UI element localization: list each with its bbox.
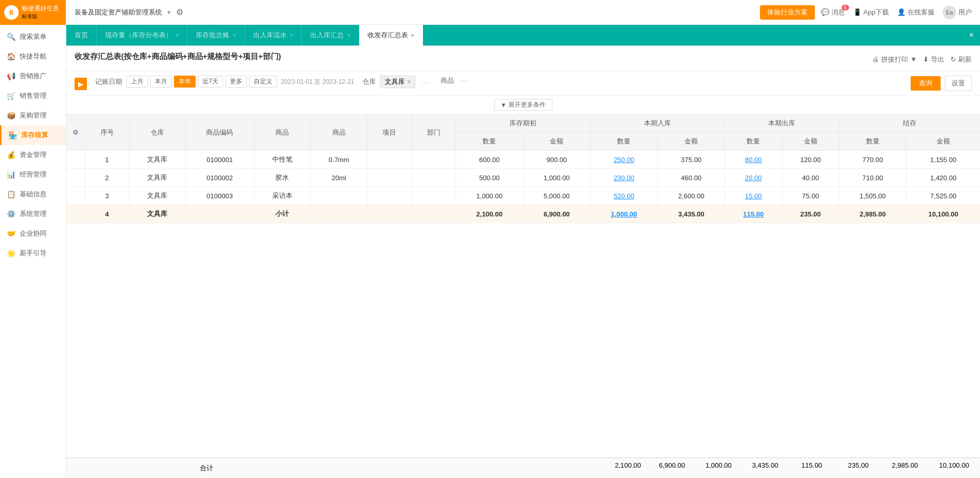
tab-batch-account-close[interactable]: × xyxy=(232,32,236,38)
system-dropdown-icon[interactable]: ▼ xyxy=(166,9,172,16)
sidebar-nav: 🔍 搜索菜单 🏠 快捷导航 📢 营销推广 🛒 销售管理 📦 采购管理 🏪 库存核… xyxy=(0,25,66,478)
sidebar-label-system: 系统管理 xyxy=(20,209,47,219)
tab-flow-close[interactable]: × xyxy=(290,32,293,38)
th-settings[interactable]: ⚙ xyxy=(66,114,85,151)
sidebar-item-guide[interactable]: 🌟 新手引导 xyxy=(0,243,66,263)
td-out-qty[interactable]: 20.00 xyxy=(725,169,782,187)
tabbar-close-all[interactable]: × xyxy=(963,31,980,40)
td-balance-qty: 770.00 xyxy=(839,151,906,169)
online-service-action[interactable]: 👤 在线客服 xyxy=(897,8,934,17)
td-goods-code: 0100003 xyxy=(185,187,254,205)
sidebar-item-sales[interactable]: 🛒 销售管理 xyxy=(0,86,66,106)
td-in-qty[interactable]: 520.00 xyxy=(590,187,657,205)
print-button[interactable]: 🖨 拼接打印 ▼ xyxy=(872,55,917,64)
td-out-qty[interactable]: 80.00 xyxy=(725,151,782,169)
download-icon: 📱 xyxy=(853,8,861,16)
sidebar-item-system[interactable]: ⚙️ 系统管理 xyxy=(0,204,66,224)
sidebar-item-marketing[interactable]: 📢 营销推广 xyxy=(0,66,66,86)
sidebar-item-inventory[interactable]: 🏪 库存核算 xyxy=(0,125,66,145)
page-inner: 收发存汇总表(按仓库+商品编码+商品+规格型号+项目+部门) 🖨 拼接打印 ▼ … xyxy=(66,46,980,478)
table-row: 3文具库0100003采访本1,000.005,000.00520.002,60… xyxy=(66,187,980,205)
tabbar: 首页 现存量（库存分布表） × 库存批次账 × 出入库流水 × 出入库汇总 × … xyxy=(66,25,980,46)
tab-summary[interactable]: 出入库汇总 × xyxy=(302,25,359,46)
settings-icon[interactable]: ⚙ xyxy=(176,7,183,17)
td-project xyxy=(368,151,412,169)
sidebar-item-basic[interactable]: 📋 基础信息 xyxy=(0,184,66,204)
date-btn-this-month[interactable]: 本月 xyxy=(150,76,172,88)
table-footer: 合计 2,100.00 6,900.00 1,000.00 3,435.00 1… xyxy=(66,457,980,478)
td-goods-spec: 20ml xyxy=(311,169,368,187)
td-in-amt: 375.00 xyxy=(657,151,725,169)
sidebar-item-finance[interactable]: 💰 资金管理 xyxy=(0,145,66,165)
tab-home[interactable]: 首页 xyxy=(66,25,97,46)
tab-flow[interactable]: 出入库流水 × xyxy=(245,25,302,46)
tab-recv-send-close[interactable]: × xyxy=(411,32,414,38)
basic-icon: 📋 xyxy=(6,190,16,198)
tab-recv-send[interactable]: 收发存汇总表 × xyxy=(359,25,423,46)
td-opening-qty: 500.00 xyxy=(456,169,523,187)
trial-button[interactable]: 体验行业方案 xyxy=(760,5,815,20)
search-icon: 🔍 xyxy=(6,33,16,41)
td-opening-amt: 6,900.00 xyxy=(523,205,590,223)
filter-date-options: 上月 本月 本年 近7天 更多 自定义 xyxy=(126,76,277,88)
avatar: Ea xyxy=(943,6,956,19)
date-btn-custom[interactable]: 自定义 xyxy=(249,76,277,88)
warehouse-ellipsis[interactable]: ··· xyxy=(419,77,432,87)
tab-recv-send-label: 收发存汇总表 xyxy=(368,31,408,40)
goods-ellipsis[interactable]: ··· xyxy=(458,76,471,85)
tab-flow-label: 出入库流水 xyxy=(253,31,287,40)
td-in-qty[interactable]: 250.00 xyxy=(590,151,657,169)
sidebar-label-purchase: 采购管理 xyxy=(20,111,47,120)
sidebar-item-business[interactable]: 📊 经营管理 xyxy=(0,165,66,184)
tab-stock-dist[interactable]: 现存量（库存分布表） × xyxy=(97,25,187,46)
td-in-qty[interactable]: 230.00 xyxy=(590,169,657,187)
message-action[interactable]: 💬 消息 6 xyxy=(821,8,845,17)
settings-button[interactable]: 设置 xyxy=(945,76,972,91)
td-in-qty[interactable]: 1,000.00 xyxy=(590,205,657,223)
data-table: ⚙ 序号 仓库 商品编码 商品 商品 项目 部门 库存期初 本期入库 本期出库 … xyxy=(66,114,980,223)
td-balance-amt: 10,100.00 xyxy=(906,205,980,223)
guide-icon: 🌟 xyxy=(6,249,16,257)
th-opening-group: 库存期初 xyxy=(456,114,590,133)
footer-balance-qty: 2,985.00 xyxy=(882,461,928,475)
td-out-qty[interactable]: 115.00 xyxy=(725,205,782,223)
sidebar-item-enterprise[interactable]: 🤝 企业协同 xyxy=(0,224,66,243)
export-button[interactable]: ⬇ 导出 xyxy=(923,55,944,64)
td-department xyxy=(412,187,456,205)
th-balance-group: 结存 xyxy=(839,114,980,133)
sidebar-item-search[interactable]: 🔍 搜索菜单 xyxy=(0,27,66,47)
user-action[interactable]: Ea 用户 xyxy=(943,6,972,19)
tab-stock-dist-label: 现存量（库存分布表） xyxy=(105,31,172,40)
sidebar-item-purchase[interactable]: 📦 采购管理 xyxy=(0,106,66,125)
sidebar-item-quick[interactable]: 🏠 快捷导航 xyxy=(0,47,66,66)
sidebar-label-enterprise: 企业协同 xyxy=(20,229,47,238)
td-balance-amt: 1,155.00 xyxy=(906,151,980,169)
tab-batch-account[interactable]: 库存批次账 × xyxy=(187,25,244,46)
date-btn-this-year[interactable]: 本年 xyxy=(174,76,196,88)
sidebar-label-marketing: 营销推广 xyxy=(20,71,47,81)
date-btn-more[interactable]: 更多 xyxy=(225,76,247,88)
query-button[interactable]: 查询 xyxy=(911,76,941,91)
date-btn-prev-month[interactable]: 上月 xyxy=(126,76,148,88)
filter-warehouse-tag[interactable]: 文具库 × xyxy=(380,76,415,88)
td-out-qty[interactable]: 15.00 xyxy=(725,187,782,205)
warehouse-tag-close[interactable]: × xyxy=(407,78,411,85)
th-out-qty: 数量 xyxy=(725,133,782,151)
date-btn-7days[interactable]: 近7天 xyxy=(198,76,223,88)
td-settings xyxy=(66,169,85,187)
refresh-button[interactable]: ↻ 刷新 xyxy=(950,55,972,64)
filter-toggle-btn[interactable]: ▶ xyxy=(75,78,87,90)
sidebar-label-business: 经营管理 xyxy=(20,170,47,179)
message-badge: 6 xyxy=(842,5,849,10)
footer-in-amt: 3,435.00 xyxy=(742,461,788,475)
expand-conditions-btn[interactable]: ▼ 展开更多条件 xyxy=(494,99,553,111)
app-download-action[interactable]: 📱 App下载 xyxy=(853,8,889,17)
td-opening-amt: 1,000.00 xyxy=(523,169,590,187)
td-no: 2 xyxy=(85,169,129,187)
tab-stock-dist-close[interactable]: × xyxy=(175,32,179,38)
th-balance-amt: 金额 xyxy=(906,133,980,151)
sidebar-label-basic: 基础信息 xyxy=(20,190,47,199)
inventory-icon: 🏪 xyxy=(8,131,17,139)
tab-summary-close[interactable]: × xyxy=(347,32,350,38)
expand-label: 展开更多条件 xyxy=(508,100,546,109)
